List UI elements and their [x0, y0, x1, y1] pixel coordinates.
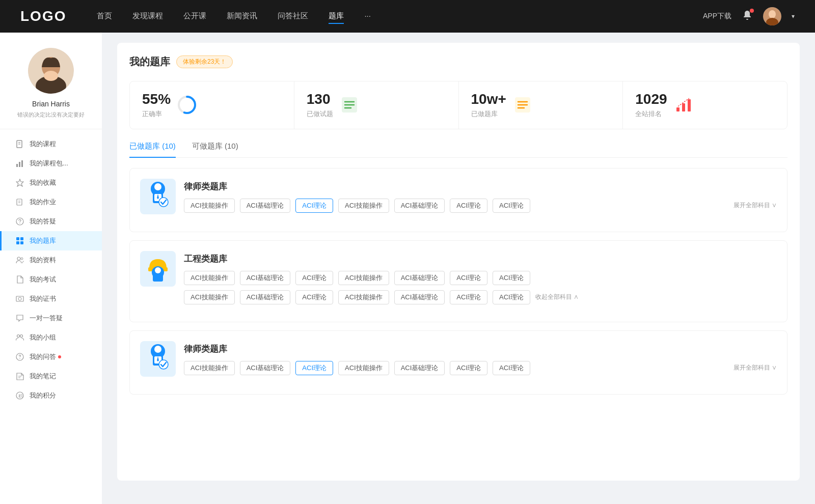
points-icon: 积	[15, 391, 24, 400]
sidebar-item-homework[interactable]: 我的作业	[0, 192, 102, 212]
stat-site-rank-label: 全站排名	[635, 109, 667, 119]
tag-eng1-r2-3[interactable]: ACI技能操作	[338, 290, 389, 304]
nav-home[interactable]: 首页	[97, 9, 112, 24]
app-download-button[interactable]: APP下载	[703, 12, 731, 21]
tab-done-banks[interactable]: 已做题库 (10)	[129, 142, 176, 157]
sidebar-item-groups[interactable]: 我的小组	[0, 328, 102, 347]
sidebar: Brian Harris 错误的决定比没有决定要好 我的课程 我的课程包...	[0, 33, 102, 504]
user-avatar[interactable]	[763, 7, 781, 25]
tag-eng1-r2-0[interactable]: ACI技能操作	[184, 290, 235, 304]
tag-lawyer2-4[interactable]: ACI基础理论	[394, 361, 445, 375]
tag-lawyer1-0[interactable]: ACI技能操作	[184, 199, 235, 213]
page-title: 我的题库	[129, 55, 170, 69]
nav-open-course[interactable]: 公开课	[183, 9, 206, 24]
sidebar-menu: 我的课程 我的课程包... 我的收藏 我的作业	[0, 129, 102, 410]
stat-done-banks-value: 10w+	[471, 92, 506, 107]
sidebar-item-courses[interactable]: 我的课程	[0, 134, 102, 154]
nav-news[interactable]: 新闻资讯	[227, 9, 257, 24]
nav-more[interactable]: ···	[364, 9, 371, 24]
svg-point-49	[154, 183, 161, 190]
sidebar-label-course-packages: 我的课程包...	[30, 159, 68, 168]
sidebar-label-my-questions: 我的问答	[30, 352, 56, 361]
lawyer-bank-icon-2	[140, 341, 176, 377]
tag-lawyer2-5[interactable]: ACI理论	[450, 361, 487, 375]
my-questions-dot	[58, 355, 61, 358]
stat-accuracy-label: 正确率	[142, 109, 171, 119]
tag-eng1-r2-6[interactable]: ACI理论	[493, 290, 530, 304]
sidebar-profile: Brian Harris 错误的决定比没有决定要好	[0, 48, 102, 129]
svg-rect-20	[20, 237, 23, 240]
collapse-btn-engineer1[interactable]: 收起全部科目 ∧	[535, 293, 579, 301]
tags-row-lawyer-2: ACI技能操作 ACI基础理论 ACI理论 ACI技能操作 ACI基础理论 AC…	[184, 361, 777, 375]
sidebar-item-questions[interactable]: 我的答疑	[0, 212, 102, 231]
qbank-card-lawyer-2: 律师类题库 ACI技能操作 ACI基础理论 ACI理论 ACI技能操作 ACI基…	[129, 330, 787, 395]
notification-dot	[750, 9, 754, 13]
sidebar-item-notes[interactable]: 我的笔记	[0, 367, 102, 386]
qbank-title-engineer-1: 工程类题库	[184, 251, 777, 265]
nav-qbank[interactable]: 题库	[329, 9, 344, 24]
tag-eng1-r1-0[interactable]: ACI技能操作	[184, 271, 235, 285]
tag-eng1-r1-5[interactable]: ACI理论	[450, 271, 487, 285]
tag-eng1-r2-1[interactable]: ACI基础理论	[240, 290, 291, 304]
qbank-card-lawyer-1: 律师类题库 ACI技能操作 ACI基础理论 ACI理论 ACI技能操作 ACI基…	[129, 168, 787, 232]
profile-avatar	[28, 48, 74, 94]
tag-lawyer2-6[interactable]: ACI理论	[493, 361, 530, 375]
sidebar-item-exams[interactable]: 我的考试	[0, 270, 102, 289]
stat-done-questions-value: 130	[307, 92, 333, 107]
doc-icon	[15, 139, 24, 149]
tag-lawyer2-3[interactable]: ACI技能操作	[338, 361, 389, 375]
svg-text:积: 积	[18, 394, 23, 399]
sidebar-item-one-on-one[interactable]: 一对一答疑	[0, 309, 102, 328]
sidebar-item-favorites[interactable]: 我的收藏	[0, 173, 102, 192]
svg-point-59	[154, 346, 161, 353]
tag-eng1-r1-4[interactable]: ACI基础理论	[394, 271, 445, 285]
sidebar-label-points: 我的积分	[30, 391, 56, 400]
profile-motto: 错误的决定比没有决定要好	[17, 111, 85, 119]
expand-btn-lawyer1[interactable]: 展开全部科目 ∨	[734, 201, 777, 210]
tag-lawyer2-1[interactable]: ACI基础理论	[240, 361, 291, 375]
expand-btn-lawyer2[interactable]: 展开全部科目 ∨	[734, 363, 777, 372]
sidebar-item-my-questions[interactable]: 我的问答	[0, 347, 102, 367]
user-group-icon	[15, 256, 24, 265]
tag-lawyer2-0[interactable]: ACI技能操作	[184, 361, 235, 375]
tag-eng1-r1-6[interactable]: ACI理论	[493, 271, 530, 285]
qbank-title-lawyer-2: 律师类题库	[184, 341, 777, 355]
tag-lawyer1-4[interactable]: ACI基础理论	[394, 199, 445, 213]
tag-lawyer1-5[interactable]: ACI理论	[450, 199, 487, 213]
header: LOGO 首页 发现课程 公开课 新闻资讯 问答社区 题库 ··· APP下载 …	[0, 0, 815, 33]
star-icon	[15, 178, 24, 187]
tag-lawyer1-6[interactable]: ACI理论	[493, 199, 530, 213]
tag-eng1-r2-2[interactable]: ACI理论	[295, 290, 333, 304]
svg-point-28	[20, 335, 23, 338]
sidebar-item-points[interactable]: 积 我的积分	[0, 386, 102, 405]
tag-eng1-r1-3[interactable]: ACI技能操作	[338, 271, 389, 285]
file-icon	[15, 275, 24, 284]
nav-qa[interactable]: 问答社区	[278, 9, 308, 24]
tag-lawyer1-2[interactable]: ACI理论	[295, 199, 333, 213]
user-dropdown-arrow[interactable]: ▾	[792, 13, 795, 20]
notification-bell[interactable]	[742, 10, 753, 23]
grid-icon	[15, 236, 24, 245]
tag-lawyer2-2[interactable]: ACI理论	[295, 361, 333, 375]
tab-available-banks[interactable]: 可做题库 (10)	[192, 142, 238, 157]
tag-eng1-r2-4[interactable]: ACI基础理论	[394, 290, 445, 304]
stat-done-questions-label: 已做试题	[307, 109, 333, 119]
profile-name: Brian Harris	[32, 100, 70, 108]
svg-point-24	[21, 258, 23, 260]
header-right: APP下载 ▾	[703, 7, 795, 25]
tag-eng1-r1-2[interactable]: ACI理论	[295, 271, 333, 285]
tag-lawyer1-3[interactable]: ACI技能操作	[338, 199, 389, 213]
tag-eng1-r1-1[interactable]: ACI基础理论	[240, 271, 291, 285]
sidebar-item-certificates[interactable]: 我的证书	[0, 289, 102, 309]
stat-site-rank-value: 1029	[635, 92, 667, 107]
svg-rect-10	[16, 164, 18, 167]
svg-rect-11	[19, 162, 20, 167]
question-circle-icon	[15, 352, 24, 361]
tag-eng1-r2-5[interactable]: ACI理论	[450, 290, 487, 304]
nav-discover[interactable]: 发现课程	[132, 9, 163, 24]
sidebar-item-profile-data[interactable]: 我的资料	[0, 250, 102, 270]
svg-point-26	[18, 297, 21, 300]
sidebar-item-course-packages[interactable]: 我的课程包...	[0, 154, 102, 173]
sidebar-item-qbank[interactable]: 我的题库	[0, 231, 102, 250]
tag-lawyer1-1[interactable]: ACI基础理论	[240, 199, 291, 213]
